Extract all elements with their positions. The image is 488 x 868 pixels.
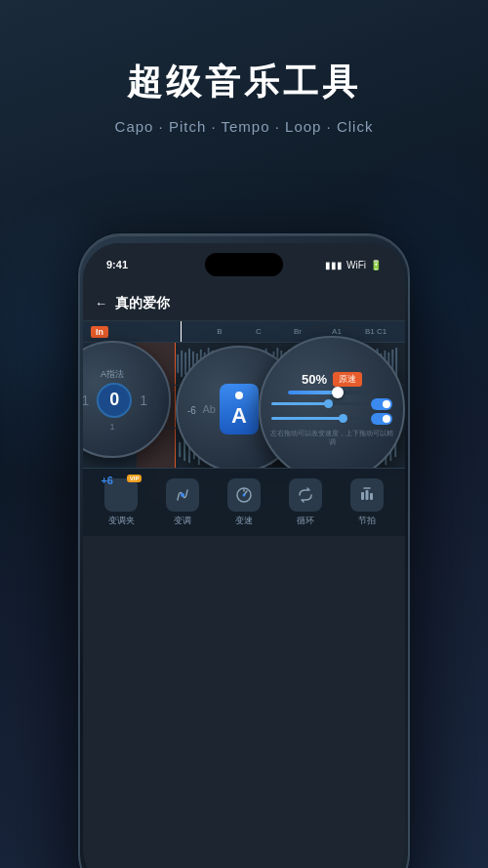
nav-bar: ← 真的爱你 <box>83 286 405 321</box>
wifi-icon: WiFi <box>346 260 366 270</box>
tempo-slider-thumb <box>332 387 344 398</box>
mini-track-1[interactable] <box>271 402 367 405</box>
tempo-icon-svg <box>235 486 253 504</box>
mini-fill-1 <box>271 402 329 405</box>
capo-sub: 1 <box>109 422 114 432</box>
capo-plus[interactable]: 1 <box>140 393 147 408</box>
toggle-2[interactable] <box>371 413 392 425</box>
mini-thumb-1 <box>324 399 333 408</box>
signal-icon: ▮▮▮ <box>325 260 343 270</box>
pitch-center-note[interactable]: A <box>220 384 259 434</box>
toolbar-item-pitch[interactable]: 变调 <box>166 478 199 527</box>
mini-slider-row-2 <box>271 413 392 425</box>
loop-icon-svg <box>297 486 314 504</box>
toggle-1[interactable] <box>371 398 392 410</box>
status-icons: ▮▮▮ WiFi 🔋 <box>325 260 382 270</box>
tempo-pct: 50% <box>302 372 327 387</box>
toolbar-item-capo[interactable]: +6 VIP 变调夹 <box>104 478 138 527</box>
tempo-circle[interactable]: 50% 原速 <box>259 336 405 482</box>
capo-minus[interactable]: -1 <box>83 393 89 408</box>
svg-rect-206 <box>370 493 373 500</box>
battery-icon: 🔋 <box>370 260 382 270</box>
tempo-slider-fill <box>288 391 337 394</box>
capo-label: A指法 <box>101 368 124 381</box>
toolbar-item-tempo[interactable]: 变速 <box>227 478 261 527</box>
back-button[interactable]: ← <box>95 296 107 310</box>
mini-fill-2 <box>271 417 344 420</box>
toolbar-item-click[interactable]: 节拍 <box>350 478 384 527</box>
capo-value-row: -1 0 1 <box>83 383 147 418</box>
click-icon[interactable] <box>350 478 384 512</box>
waveform-area: In B C Br A1 B1 C1 导唱 木吉他 电吉他 鼓 <box>83 321 405 536</box>
click-toolbar-label: 节拍 <box>358 515 376 527</box>
tempo-slider-track[interactable] <box>288 391 376 394</box>
svg-rect-204 <box>361 492 364 500</box>
toolbar-item-loop[interactable]: 循环 <box>289 478 322 527</box>
bottom-toolbar: +6 VIP 变调夹 变调 <box>83 468 405 536</box>
dynamic-island <box>205 253 283 276</box>
loop-toolbar-label: 循环 <box>297 515 314 527</box>
capo-center[interactable]: 0 <box>97 383 132 418</box>
subtitle: Capo · Pitch · Tempo · Loop · Click <box>0 118 488 135</box>
pitch-icon[interactable] <box>166 478 199 512</box>
mini-thumb-2 <box>339 414 347 423</box>
tempo-slider-row <box>261 391 403 394</box>
phone-mockup: 9:41 ▮▮▮ WiFi 🔋 ← 真的爱你 In B C <box>78 233 410 868</box>
tempo-toolbar-label: 变速 <box>235 515 253 527</box>
capo-icon[interactable]: +6 VIP <box>104 478 138 512</box>
mini-slider-row-1 <box>271 398 392 410</box>
status-time: 9:41 <box>106 259 128 270</box>
main-title: 超级音乐工具 <box>0 59 488 106</box>
phone-screen: 9:41 ▮▮▮ WiFi 🔋 ← 真的爱你 In B C <box>83 243 405 868</box>
svg-rect-205 <box>365 490 368 500</box>
tempo-label: 原速 <box>333 372 362 387</box>
tempo-top-row: 50% 原速 <box>302 372 362 387</box>
pitch-toolbar-label: 变调 <box>174 515 191 527</box>
nav-title: 真的爱你 <box>115 295 170 312</box>
loop-icon[interactable] <box>289 478 322 512</box>
header-section: 超级音乐工具 Capo · Pitch · Tempo · Loop · Cli… <box>0 0 488 135</box>
tempo-icon[interactable] <box>227 478 261 512</box>
vip-badge: VIP <box>127 475 142 482</box>
pitch-left-label: Ab <box>203 403 216 415</box>
capo-plus-badge: +6 <box>101 475 113 486</box>
click-icon-svg <box>358 486 376 504</box>
back-arrow: ← <box>95 296 107 310</box>
capo-dial[interactable]: A指法 -1 0 1 1 <box>83 341 171 458</box>
pitch-icon-svg <box>174 486 191 504</box>
tempo-mini-sliders <box>271 398 392 425</box>
status-bar: 9:41 ▮▮▮ WiFi 🔋 <box>83 243 405 286</box>
capo-toolbar-label: 变调夹 <box>108 515 135 527</box>
svg-point-201 <box>181 493 184 497</box>
capo-dial-circle[interactable]: A指法 -1 0 1 1 <box>83 341 171 458</box>
mini-track-2[interactable] <box>271 417 367 420</box>
pitch-note-letter: A <box>231 403 247 429</box>
pitch-left-num: -6 <box>187 405 196 416</box>
tempo-area[interactable]: 50% 原速 <box>259 336 405 482</box>
svg-point-203 <box>242 493 245 496</box>
controls-overlay: A指法 -1 0 1 1 -6 <box>83 321 405 536</box>
pitch-dot <box>235 392 243 399</box>
tempo-hint: 左右拖动可以改变速度，上下拖动可以精调 <box>261 429 403 446</box>
